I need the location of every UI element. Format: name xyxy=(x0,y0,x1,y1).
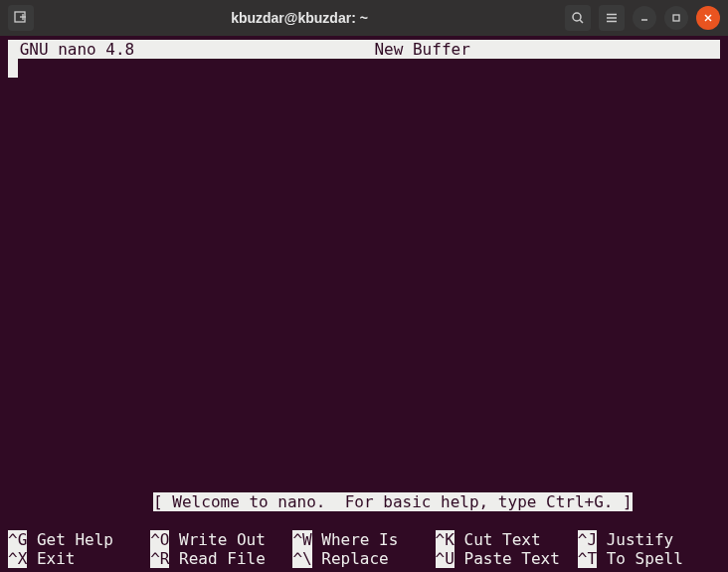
shortcut-key: ^G xyxy=(8,530,27,549)
shortcut-label: Where Is xyxy=(312,530,399,549)
nano-statusbar: [ Welcome to nano. For basic help, type … xyxy=(8,474,720,530)
shortcut-key: ^R xyxy=(150,549,169,568)
close-button[interactable] xyxy=(696,6,720,30)
shortcut-exit: ^X Exit xyxy=(8,549,150,568)
shortcut-read-file: ^R Read File xyxy=(150,549,292,568)
terminal-window: kbuzdar@kbuzdar: ~ xyxy=(0,0,728,572)
shortcut-where-is: ^W Where Is xyxy=(292,530,435,549)
shortcut-label: Replace xyxy=(312,549,389,568)
search-button[interactable] xyxy=(565,5,591,31)
shortcut-label: Justify xyxy=(597,530,673,549)
window-title: kbuzdar@kbuzdar: ~ xyxy=(42,10,557,26)
shortcut-label: Exit xyxy=(27,549,75,568)
shortcut-label: Write Out xyxy=(169,530,265,549)
hamburger-icon xyxy=(605,11,619,25)
svg-line-4 xyxy=(580,20,583,23)
window-titlebar: kbuzdar@kbuzdar: ~ xyxy=(0,0,728,36)
shortcut-key: ^J xyxy=(578,530,597,549)
shortcut-label: To Spell xyxy=(597,549,683,568)
shortcut-label: Get Help xyxy=(27,530,113,549)
shortcut-label: Paste Text xyxy=(455,549,560,568)
terminal-area[interactable]: GNU nano 4.8 New Buffer [ Welcome to nan… xyxy=(0,36,728,572)
maximize-button[interactable] xyxy=(664,6,688,30)
shortcut-cut-text: ^K Cut Text xyxy=(436,530,578,549)
nano-titlebar: GNU nano 4.8 New Buffer xyxy=(8,40,720,59)
shortcut-key: ^W xyxy=(292,530,311,549)
shortcut-key: ^U xyxy=(436,549,455,568)
shortcut-replace: ^\ Replace xyxy=(292,549,435,568)
shortcut-label: Cut Text xyxy=(455,530,541,549)
shortcut-row-2: ^X Exit ^R Read File ^\ Replace ^U Paste… xyxy=(8,549,720,568)
shortcut-key: ^T xyxy=(578,549,597,568)
nano-status-message: [ Welcome to nano. For basic help, type … xyxy=(153,492,633,511)
shortcut-get-help: ^G Get Help xyxy=(8,530,150,549)
menu-button[interactable] xyxy=(599,5,625,31)
maximize-icon xyxy=(671,13,681,23)
svg-rect-9 xyxy=(673,15,679,21)
nano-version: GNU nano 4.8 xyxy=(8,40,134,59)
search-icon xyxy=(571,11,585,25)
shortcut-key: ^X xyxy=(8,549,27,568)
shortcut-key: ^K xyxy=(436,530,455,549)
svg-point-3 xyxy=(573,13,581,21)
minimize-button[interactable] xyxy=(633,6,656,30)
new-tab-button[interactable] xyxy=(8,5,34,31)
shortcut-write-out: ^O Write Out xyxy=(150,530,292,549)
new-tab-icon xyxy=(14,11,28,25)
text-cursor xyxy=(8,59,18,78)
shortcut-paste-text: ^U Paste Text xyxy=(436,549,578,568)
nano-shortcut-bar: ^G Get Help ^O Write Out ^W Where Is ^K … xyxy=(8,530,720,568)
shortcut-key: ^\ xyxy=(292,549,311,568)
nano-editor-area[interactable] xyxy=(8,59,720,474)
shortcut-row-1: ^G Get Help ^O Write Out ^W Where Is ^K … xyxy=(8,530,720,549)
shortcut-justify: ^J Justify xyxy=(578,530,720,549)
shortcut-to-spell: ^T To Spell xyxy=(578,549,720,568)
minimize-icon xyxy=(639,13,649,23)
close-icon xyxy=(703,13,713,23)
nano-buffer-name: New Buffer xyxy=(134,40,710,59)
shortcut-key: ^O xyxy=(150,530,169,549)
shortcut-label: Read File xyxy=(169,549,265,568)
